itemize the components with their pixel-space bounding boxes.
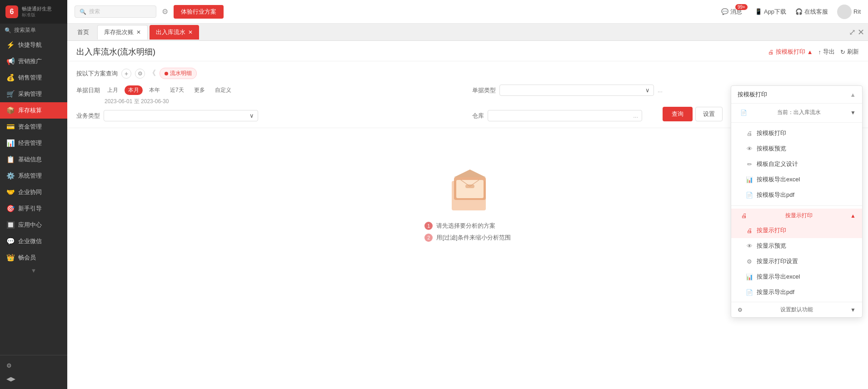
sidebar-item-inventory[interactable]: 📦库存核算 (0, 102, 67, 119)
filter-add-btn[interactable]: + (121, 69, 131, 79)
sidebar-item-marketing[interactable]: 📢营销推广 (0, 53, 67, 70)
biztype-select[interactable]: ∨ (104, 110, 258, 121)
settings-default-icon: ⚙ (738, 307, 743, 313)
date-label: 单据日期 (76, 86, 100, 95)
sidebar-search[interactable]: 🔍 搜索菜单 (0, 24, 67, 37)
sidebar-item-member[interactable]: 👑畅会员 (0, 249, 67, 266)
home-tab-label: 首页 (77, 28, 89, 36)
dropdown-chevron-up[interactable]: ▲ (850, 91, 856, 98)
user-avatar (837, 5, 852, 19)
export-btn[interactable]: ↑ 导出 (818, 48, 835, 56)
sidebar-item-basic[interactable]: 📋基础信息 (0, 151, 67, 168)
sidebar-item-system[interactable]: ⚙️系统管理 (0, 168, 67, 184)
dropdown-display-pdf[interactable]: 📄 按显示导出pdf (731, 284, 862, 300)
dropdown-display-print[interactable]: 🖨 按显示打印 (731, 223, 862, 238)
dropdown-template-preview[interactable]: 👁 按模板预览 (731, 141, 862, 156)
sidebar-label-newbie: 新手引导 (18, 204, 42, 213)
date-custom[interactable]: 自定义 (211, 85, 235, 95)
page-header: 出入库流水(流水明细) 🖨 按模板打印 ▲ ↑ 导出 ↻ 刷新 (67, 41, 868, 61)
finance-icon: 💳 (6, 123, 15, 131)
dropdown-template-print[interactable]: 🖨 按模板打印 (731, 125, 862, 141)
tab-expand-btn[interactable]: ⤢ ✕ (849, 27, 864, 37)
tab-in-out-flow[interactable]: 出入库流水 ✕ (150, 25, 199, 40)
sidebar-item-operations[interactable]: 📊经营管理 (0, 135, 67, 151)
date-filter-group: 上月 本月 本年 近7天 更多 自定义 (104, 85, 235, 95)
dropdown-display-arrow[interactable]: ▲ (850, 213, 856, 219)
sidebar-label-quick-nav: 快捷导航 (18, 41, 42, 49)
dropdown-template-custom[interactable]: ✏ 模板自定义设计 (731, 156, 862, 172)
dropdown-display-print-settings[interactable]: ⚙ 按显示打印设置 (731, 254, 862, 269)
query-btn[interactable]: 查询 (663, 107, 693, 121)
topbar-gear-icon[interactable]: ⚙ (162, 7, 168, 16)
sidebar-search-label: 搜索菜单 (14, 26, 36, 34)
topbar-user[interactable]: Rit (837, 5, 861, 19)
sidebar-scroll-down[interactable]: ▼ (0, 266, 67, 275)
active-filter-tag[interactable]: 流水明细 (160, 68, 197, 79)
doctype-select[interactable]: ∨ (499, 85, 654, 96)
tab-in-out-flow-close[interactable]: ✕ (188, 30, 193, 35)
active-filter-label: 流水明细 (170, 70, 192, 77)
dropdown-template-pdf[interactable]: 📄 按模板导出pdf (731, 187, 862, 203)
sidebar-bottom-settings[interactable]: ⚙ (0, 359, 67, 372)
date-this-year[interactable]: 本年 (145, 85, 164, 95)
doctype-more-btn[interactable]: ... (658, 87, 663, 94)
print-icon: 🖨 (768, 49, 774, 55)
dropdown-divider-1 (731, 122, 862, 123)
filter-settings-btn[interactable]: ⚙ (135, 69, 145, 79)
svg-rect-6 (465, 185, 474, 188)
refresh-icon: ↻ (840, 49, 845, 55)
topbar-customer-service[interactable]: 🎧 在线客服 (795, 8, 828, 16)
sidebar-item-finance[interactable]: 💳资金管理 (0, 119, 67, 135)
tab-home[interactable]: 首页 (71, 25, 95, 40)
purchase-icon: 🛒 (6, 90, 15, 98)
message-badge: 99+ (735, 4, 748, 10)
print-dropdown-arrow[interactable]: ▲ (807, 49, 813, 55)
inventory-icon: 📦 (6, 106, 15, 115)
dropdown-display-excel[interactable]: 📊 按显示导出excel (731, 269, 862, 284)
sidebar-item-purchase[interactable]: 🛒采购管理 (0, 86, 67, 102)
date-prev-month[interactable]: 上月 (104, 85, 122, 95)
search-icon: 🔍 (5, 27, 11, 34)
tab-inventory-batch[interactable]: 库存批次账 ✕ (97, 25, 148, 40)
dropdown-divider-2 (731, 205, 862, 206)
dropdown-footer[interactable]: ⚙ 设置默认功能 ▼ (731, 302, 862, 317)
filter-collapse-icon[interactable]: 《 (149, 69, 156, 78)
tab-inventory-batch-close[interactable]: ✕ (136, 30, 141, 35)
print-template-btn[interactable]: 🖨 按模板打印 ▲ (768, 48, 813, 56)
settings-btn[interactable]: 设置 (695, 107, 723, 121)
topbar-message[interactable]: 💬 消息 99+ (721, 8, 742, 16)
warehouse-select-more[interactable]: ... (633, 112, 638, 119)
dropdown-title: 按模板打印 (738, 90, 767, 99)
refresh-btn[interactable]: ↻ 刷新 (840, 48, 859, 56)
basic-icon: 📋 (6, 155, 15, 164)
dropdown-section-current: 📄 当前：出入库流水 ▼ (731, 104, 862, 121)
doctype-label: 单据类型 (472, 86, 496, 95)
topbar-app-download[interactable]: 📱 App下载 (755, 8, 786, 16)
sidebar-item-sales[interactable]: 💰销售管理 (0, 70, 67, 86)
sidebar-item-wechat[interactable]: 💬企业微信 (0, 233, 67, 249)
industry-btn[interactable]: 体验行业方案 (174, 5, 224, 19)
sidebar-item-cooperation[interactable]: 🤝企业协同 (0, 184, 67, 200)
custom-template-icon: ✏ (746, 160, 753, 168)
search-icon-topbar: 🔍 (80, 9, 86, 15)
sidebar-label-inventory: 库存核算 (18, 106, 42, 115)
date-more[interactable]: 更多 (190, 85, 209, 95)
step-number-1: 1 (424, 222, 433, 230)
sidebar-item-apps[interactable]: 🔲应用中心 (0, 217, 67, 233)
empty-state-image (445, 167, 490, 213)
empty-step-1: 1 请先选择要分析的方案 (424, 222, 510, 230)
sidebar-item-quick-nav[interactable]: ⚡快捷导航 (0, 37, 67, 53)
sidebar-label-marketing: 营销推广 (18, 57, 42, 65)
filter-biztype-field: 业务类型 ∨ (76, 110, 463, 121)
dropdown-display-preview[interactable]: 👁 按显示预览 (731, 238, 862, 254)
page-actions: 🖨 按模板打印 ▲ ↑ 导出 ↻ 刷新 (768, 48, 859, 56)
sidebar-bottom-collapse[interactable]: ◀▶ (0, 372, 67, 385)
date-last-7[interactable]: 近7天 (166, 85, 188, 95)
dropdown-current-arrow[interactable]: ▼ (850, 110, 856, 116)
dropdown-template-excel[interactable]: 📊 按模板导出excel (731, 172, 862, 187)
dropdown-panel: 按模板打印 ▲ 📄 当前：出入库流水 ▼ 🖨 按模板打印 👁 按模板预览 (731, 85, 863, 318)
topbar-search[interactable]: 🔍 搜索 (75, 5, 156, 18)
date-this-month[interactable]: 本月 (125, 85, 143, 95)
warehouse-select[interactable]: ... (488, 110, 642, 121)
sidebar-item-newbie[interactable]: 🎯新手引导 (0, 200, 67, 217)
